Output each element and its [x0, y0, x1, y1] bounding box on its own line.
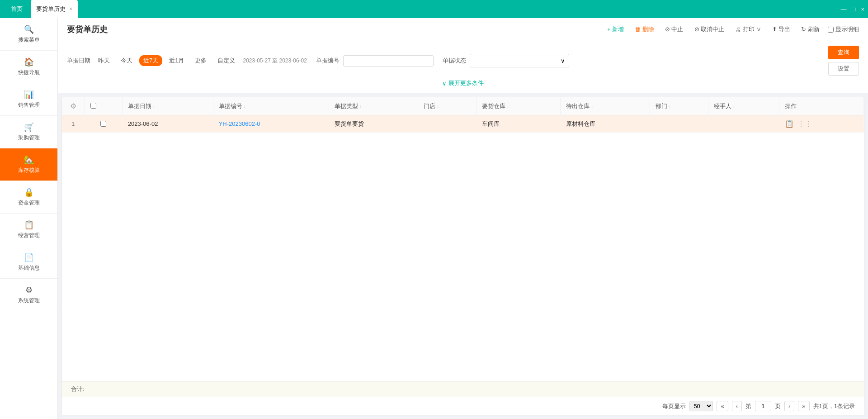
- sidebar-item-quick-nav[interactable]: 🏠 快捷导航: [0, 51, 57, 83]
- window-maximize-btn[interactable]: □: [852, 6, 856, 13]
- cell-operation: 📋 ⋮⋮: [779, 115, 864, 133]
- date-btn-yesterday[interactable]: 昨天: [94, 55, 114, 66]
- current-page-input[interactable]: [755, 401, 771, 411]
- operation-icons: 📋 ⋮⋮: [785, 119, 858, 128]
- window-close-btn[interactable]: ×: [861, 6, 864, 13]
- date-btn-more[interactable]: 更多: [191, 55, 211, 66]
- print-button[interactable]: 🖨 🖨 打印 打印 ∨: [732, 24, 764, 35]
- col-order-type[interactable]: 单据类型: [329, 97, 418, 115]
- status-label: 单据状态: [443, 57, 466, 65]
- cell-order-no: YH-20230602-0: [213, 115, 329, 133]
- export-button[interactable]: ⬆ 导出: [769, 24, 793, 35]
- first-page-btn[interactable]: «: [717, 401, 728, 411]
- purchase-icon: 🛒: [24, 122, 34, 132]
- print-icon: 🖨: [735, 26, 741, 33]
- tab-home[interactable]: 首页: [4, 0, 30, 18]
- sidebar-label-system: 系统管理: [18, 297, 40, 305]
- col-handler[interactable]: 经手人: [708, 97, 779, 115]
- expand-label: 展开更多条件: [448, 79, 484, 87]
- display-detail-checkbox[interactable]: [828, 27, 834, 33]
- table-row[interactable]: 1 2023-06-02 YH-20230602-0 要货单要货 车间库 原材料…: [62, 115, 864, 133]
- inventory-icon: 🏡: [24, 155, 34, 165]
- edit-icon[interactable]: 📋: [785, 119, 794, 128]
- col-department[interactable]: 部门: [650, 97, 708, 115]
- col-operation: 操作: [779, 97, 864, 115]
- page-size-select[interactable]: 20 50 100 200: [689, 401, 713, 411]
- cancel-stop-button[interactable]: ⊘ 取消中止: [692, 24, 727, 35]
- system-icon: ⚙: [25, 285, 33, 295]
- more-icon[interactable]: ⋮⋮: [797, 119, 812, 128]
- basic-info-icon: 📄: [24, 252, 34, 262]
- col-pending-warehouse[interactable]: 待出仓库: [561, 97, 650, 115]
- col-settings[interactable]: ⚙: [62, 97, 85, 115]
- cell-handler: [708, 115, 779, 133]
- sidebar-item-basic-info[interactable]: 📄 基础信息: [0, 246, 57, 279]
- query-button[interactable]: 查询: [828, 46, 859, 59]
- date-filter-label: 单据日期: [67, 57, 90, 65]
- status-select[interactable]: ∨: [470, 54, 569, 67]
- search-menu-icon: 🔍: [24, 24, 34, 34]
- date-filters: 昨天 今天 近7天 近1月 更多 自定义: [94, 55, 239, 66]
- col-order-no[interactable]: 单据编号: [213, 97, 329, 115]
- new-button[interactable]: + 新增: [604, 24, 627, 35]
- stop-button[interactable]: ⊘ 中止: [662, 24, 686, 35]
- sidebar-label-quick-nav: 快捷导航: [18, 69, 40, 76]
- table-scroll[interactable]: ⚙ 单据日期 单据编号 单据类型 门店 要货仓库 待出仓库 部门 经手人 操作: [62, 97, 864, 381]
- order-no-link[interactable]: YH-20230602-0: [219, 120, 260, 127]
- sidebar-label-operations: 经营管理: [18, 232, 40, 239]
- date-btn-today[interactable]: 今天: [117, 55, 137, 66]
- summary-label: 合计:: [71, 386, 85, 392]
- filter-actions: 查询 设置: [828, 46, 859, 76]
- quick-nav-icon: 🏠: [24, 57, 34, 67]
- main-layout: 🔍 搜索菜单 🏠 快捷导航 📊 销售管理 🛒 采购管理 🏡 库存核算 🔒 资金管…: [0, 18, 868, 419]
- total-info: 共1页，1条记录: [813, 402, 855, 410]
- sidebar-item-search-menu[interactable]: 🔍 搜索菜单: [0, 18, 57, 51]
- cell-order-type: 要货单要货: [329, 115, 418, 133]
- operations-icon: 📋: [24, 220, 34, 230]
- col-date[interactable]: 单据日期: [122, 97, 213, 115]
- settings-icon[interactable]: ⚙: [70, 102, 76, 110]
- prev-page-btn[interactable]: ‹: [732, 401, 742, 411]
- sidebar-label-purchase: 采购管理: [18, 134, 40, 142]
- order-no-label: 单据编号: [316, 57, 340, 65]
- setting-button[interactable]: 设置: [828, 62, 859, 76]
- date-btn-custom[interactable]: 自定义: [213, 55, 239, 66]
- sidebar-item-operations[interactable]: 📋 经营管理: [0, 214, 57, 246]
- cell-date: 2023-06-02: [122, 115, 213, 133]
- sidebar-label-basic-info: 基础信息: [18, 264, 40, 272]
- cell-department: [650, 115, 708, 133]
- sidebar-label-search-menu: 搜索菜单: [18, 36, 40, 44]
- cell-checkbox: [85, 115, 122, 133]
- cell-index: 1: [62, 115, 85, 133]
- page-prefix: 第: [745, 402, 751, 410]
- sidebar-item-finance[interactable]: 🔒 资金管理: [0, 181, 57, 214]
- sidebar-item-system[interactable]: ⚙ 系统管理: [0, 279, 57, 311]
- window-minimize-btn[interactable]: —: [841, 6, 847, 13]
- table-header-row: ⚙ 单据日期 单据编号 单据类型 门店 要货仓库 待出仓库 部门 经手人 操作: [62, 97, 864, 115]
- select-all-checkbox[interactable]: [90, 103, 96, 109]
- last-page-btn[interactable]: »: [798, 401, 809, 411]
- refresh-button[interactable]: ↻ 刷新: [798, 24, 822, 35]
- row-checkbox[interactable]: [100, 121, 106, 127]
- sidebar-item-purchase[interactable]: 🛒 采购管理: [0, 116, 57, 148]
- col-req-warehouse[interactable]: 要货仓库: [476, 97, 561, 115]
- content-area: 要货单历史 + 新增 🗑 删除 ⊘ 中止 ⊘ 取消中止 🖨 🖨 打印 打印 ∨ …: [58, 18, 868, 419]
- status-select-arrow: ∨: [561, 57, 565, 64]
- page-title-bar: 要货单历史 + 新增 🗑 删除 ⊘ 中止 ⊘ 取消中止 🖨 🖨 打印 打印 ∨ …: [67, 24, 859, 35]
- col-store[interactable]: 门店: [418, 97, 476, 115]
- sidebar-item-sales[interactable]: 📊 销售管理: [0, 83, 57, 116]
- order-no-input[interactable]: [343, 55, 434, 67]
- page-header: 要货单历史 + 新增 🗑 删除 ⊘ 中止 ⊘ 取消中止 🖨 🖨 打印 打印 ∨ …: [58, 18, 868, 40]
- tab-active[interactable]: 要货单历史 ×: [31, 0, 78, 18]
- filter-bar: 单据日期 昨天 今天 近7天 近1月 更多 自定义 2023-05-27 至 2…: [58, 40, 868, 93]
- date-btn-1month[interactable]: 近1月: [165, 55, 188, 66]
- close-tab-btn[interactable]: ×: [69, 6, 72, 12]
- table-area: ⚙ 单据日期 单据编号 单据类型 门店 要货仓库 待出仓库 部门 经手人 操作: [61, 97, 864, 415]
- expand-more-btn[interactable]: ∨ 展开更多条件: [442, 79, 484, 87]
- date-btn-7days[interactable]: 近7天: [139, 55, 162, 66]
- next-page-btn[interactable]: ›: [784, 401, 794, 411]
- sidebar-item-inventory[interactable]: 🏡 库存核算: [0, 148, 57, 181]
- delete-button[interactable]: 🗑 删除: [632, 24, 657, 35]
- sales-icon: 📊: [24, 90, 34, 100]
- display-detail-toggle[interactable]: 显示明细: [828, 25, 859, 33]
